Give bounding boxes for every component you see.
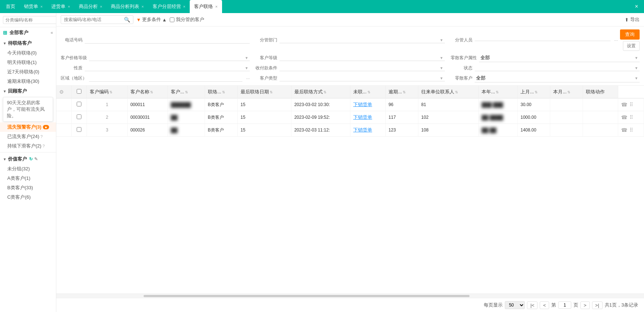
tab-analysis-close[interactable]: × <box>100 4 102 9</box>
cell-checkbox[interactable] <box>72 111 87 124</box>
action-contact-icon[interactable]: ☎ <box>621 114 627 120</box>
col-gear[interactable]: ⚙ <box>56 86 72 98</box>
my-customers-checkbox[interactable] <box>170 17 174 22</box>
col-last-month[interactable]: 上月...⇅ <box>518 86 550 98</box>
sidebar-item-c-class[interactable]: C类客户(6) <box>0 193 56 202</box>
tab-sales[interactable]: 销货单 × <box>20 0 47 13</box>
cell-last-method[interactable]: 下销货单 <box>350 111 385 124</box>
action-contact-icon[interactable]: ☎ <box>621 127 627 133</box>
window-close-button[interactable]: × <box>631 3 643 10</box>
tab-purchase[interactable]: 进货单 × <box>47 0 74 13</box>
tab-customer-tier[interactable]: 客户分层经营 × <box>148 0 190 13</box>
filter-select-type[interactable]: ▼ <box>279 76 444 81</box>
filter-select-dept[interactable]: ▼ <box>279 37 444 43</box>
col-code[interactable]: 客户编码⇅ <box>87 86 127 98</box>
row-checkbox[interactable] <box>77 102 81 106</box>
sidebar-item-overdue[interactable]: 逾期未联络(30) <box>0 77 56 86</box>
col-not-contacted[interactable]: 未联...⇅ <box>350 86 385 98</box>
churn-risk-badge: ● <box>43 125 49 129</box>
select-all-checkbox[interactable] <box>77 89 81 94</box>
action-more-icon[interactable]: ⠿ <box>629 127 633 133</box>
action-more-icon[interactable]: ⠿ <box>629 102 633 108</box>
cell-last-method[interactable]: 下销货单 <box>350 124 385 137</box>
settings-btn[interactable]: 设置 <box>623 41 640 51</box>
last-method-link[interactable]: 下销货单 <box>353 114 372 120</box>
col-contacts[interactable]: 联络...⇅ <box>205 86 237 98</box>
sidebar-item-lost[interactable]: 已流失客户(24) ? <box>0 132 56 141</box>
filter-select-person[interactable] <box>475 39 611 41</box>
sidebar-section-churn[interactable]: ▼ 回顾客户 <box>0 86 56 96</box>
col-checkbox[interactable] <box>72 86 87 98</box>
next-page-btn[interactable]: > <box>580 301 590 309</box>
filter-select-status[interactable]: ▼ <box>475 65 640 71</box>
last-method-link[interactable]: 下销货单 <box>353 102 372 107</box>
tab-analysis[interactable]: 商品分析 × <box>75 0 106 13</box>
sidebar-item-7days[interactable]: 近7天待联络(0) <box>0 67 56 77</box>
col-category[interactable]: 客户...⇅ <box>168 86 205 98</box>
filter-input-region[interactable] <box>89 75 242 82</box>
cell-last-method[interactable]: 下销货单 <box>350 98 385 111</box>
tab-home[interactable]: 首页 <box>1 0 20 13</box>
first-page-btn[interactable]: |< <box>527 301 538 309</box>
value-refresh-icon[interactable]: ↻ <box>29 157 33 162</box>
filter-select-nature[interactable]: ▼ <box>85 65 250 71</box>
filter-select-retail-attr[interactable]: 全部 ▼ <box>479 54 640 62</box>
export-btn[interactable]: ⬆ 导出 <box>625 16 640 23</box>
sidebar-search-input[interactable] <box>3 16 56 24</box>
page-size-select[interactable]: 50 100 200 <box>505 301 525 309</box>
filter-label-phone: 电话号码 <box>61 37 82 43</box>
last-method-link[interactable]: 下销货单 <box>353 127 372 133</box>
filter-select-customer-level[interactable]: ▼ <box>279 55 444 61</box>
col-name[interactable]: 客户名称⇅ <box>127 86 168 98</box>
tab-sales-close[interactable]: × <box>40 4 43 9</box>
all-customers-row[interactable]: ⊞ 全部客户 « <box>0 27 56 38</box>
cell-gear <box>56 124 72 137</box>
value-edit-icon[interactable]: ✎ <box>34 157 38 162</box>
tab-customer-contact-close[interactable]: × <box>215 4 217 9</box>
tab-analysis-list-close[interactable]: × <box>141 4 144 9</box>
sort-category-icon: ⇅ <box>185 90 188 94</box>
col-last-method[interactable]: 最后联络方式⇅ <box>291 86 350 98</box>
sidebar-item-downgrade[interactable]: 持续下滑客户(2) ? <box>0 141 56 151</box>
prev-page-btn[interactable]: < <box>540 301 549 309</box>
col-last-date[interactable]: 最后联络日期⇅ <box>237 86 291 98</box>
sidebar-item-a-class[interactable]: A类客户(1) <box>0 174 56 183</box>
filter-select-payment[interactable]: ▼ <box>279 65 444 71</box>
query-btn[interactable]: 查询 <box>620 29 640 40</box>
filter-search-input[interactable] <box>64 17 124 22</box>
action-contact-icon[interactable]: ☎ <box>621 102 627 108</box>
sidebar-section-value[interactable]: ▼ 价值客户 ↻ ✎ <box>0 154 56 164</box>
collapse-sidebar-btn[interactable]: « <box>51 30 53 35</box>
cell-checkbox[interactable] <box>72 98 87 111</box>
sidebar-item-tomorrow[interactable]: 明天待联络(1) <box>0 58 56 67</box>
sidebar-section-pending[interactable]: ▼ 待联络客户 <box>0 38 56 48</box>
filter-select-retail[interactable]: 全部 ▼ <box>475 74 640 82</box>
col-this-month[interactable]: 本月...⇅ <box>550 86 583 98</box>
filter-person-more[interactable]: ··· <box>614 38 618 43</box>
sidebar-item-churn-risk[interactable]: 流失预警客户(3) ● <box>0 122 56 132</box>
row-checkbox[interactable] <box>77 127 81 132</box>
filter-region-more[interactable]: ··· <box>246 76 250 81</box>
last-page-btn[interactable]: >| <box>592 301 603 309</box>
table-gear-icon[interactable]: ⚙ <box>59 89 64 95</box>
my-customers-checkbox-wrap[interactable]: 我分管的客户 <box>170 16 204 23</box>
filter-search-btn[interactable]: 🔍 <box>124 17 130 23</box>
sidebar-item-unsorted[interactable]: 未分组(32) <box>0 164 56 174</box>
sidebar-item-b-class[interactable]: B类客户(33) <box>0 183 56 193</box>
row-checkbox[interactable] <box>77 114 81 119</box>
filter-select-price-level[interactable]: ▼ <box>89 55 250 61</box>
sidebar-item-today[interactable]: 今天待联络(0) <box>0 48 56 58</box>
page-input[interactable] <box>558 301 571 309</box>
cell-checkbox[interactable] <box>72 124 87 137</box>
more-conditions-btn[interactable]: ▼ 更多条件 ▲ <box>136 16 167 23</box>
action-more-icon[interactable]: ⠿ <box>629 114 633 120</box>
tab-customer-contact[interactable]: 客户联络 × <box>190 0 222 13</box>
filter-input-phone[interactable] <box>85 37 250 44</box>
col-unit-contact[interactable]: 往来单位联系人⇅ <box>418 86 479 98</box>
tab-customer-tier-close[interactable]: × <box>183 4 185 9</box>
horizontal-scrollbar[interactable] <box>56 293 644 298</box>
tab-analysis-list[interactable]: 商品分析列表 × <box>106 0 148 13</box>
tab-purchase-close[interactable]: × <box>68 4 70 9</box>
col-overdue[interactable]: 逾期...⇅ <box>386 86 418 98</box>
col-this-year[interactable]: 本年...⇅ <box>479 86 518 98</box>
